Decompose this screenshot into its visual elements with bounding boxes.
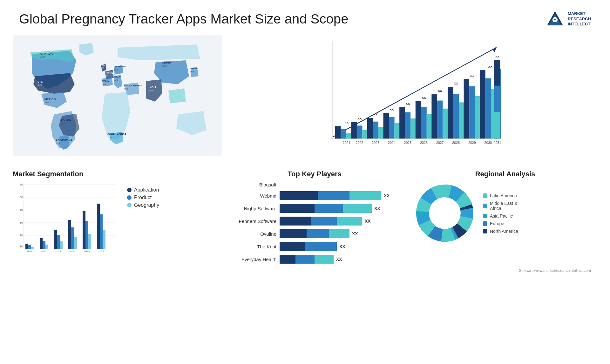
svg-text:U.K.: U.K. <box>100 64 105 66</box>
svg-text:ITALY: ITALY <box>114 76 121 78</box>
svg-rect-66 <box>427 114 432 138</box>
svg-text:2029: 2029 <box>468 141 476 145</box>
segmentation-section: Market Segmentation 60 50 40 30 20 10 <box>13 170 216 267</box>
svg-rect-84 <box>480 70 485 138</box>
legend-label: Latin America <box>490 193 517 198</box>
svg-text:XX: XX <box>438 89 442 92</box>
legend-middle-east: Middle East &Africa <box>483 201 518 211</box>
svg-rect-130 <box>97 204 100 249</box>
svg-rect-132 <box>103 230 105 249</box>
svg-text:2021: 2021 <box>343 141 350 145</box>
svg-text:2024: 2024 <box>388 141 396 145</box>
svg-rect-49 <box>367 118 373 138</box>
svg-text:2031: 2031 <box>494 141 501 145</box>
legend-label: Middle East &Africa <box>490 201 517 211</box>
svg-rect-131 <box>100 214 103 249</box>
svg-rect-59 <box>399 107 405 138</box>
svg-text:2025: 2025 <box>404 141 412 145</box>
legend-application: Application <box>127 187 159 193</box>
svg-text:XX: XX <box>454 82 458 85</box>
svg-rect-71 <box>443 109 448 138</box>
svg-text:XX: XX <box>344 121 349 125</box>
svg-rect-50 <box>373 122 379 139</box>
segmentation-title: Market Segmentation <box>13 170 216 178</box>
svg-rect-75 <box>453 94 459 138</box>
svg-rect-93 <box>494 112 500 139</box>
svg-text:MEXICO: MEXICO <box>44 98 56 101</box>
player-name: Everyday Health <box>222 257 276 262</box>
svg-text:GERMANY: GERMANY <box>114 65 127 68</box>
svg-rect-61 <box>410 118 416 138</box>
svg-text:xx%: xx% <box>104 75 108 77</box>
svg-rect-60 <box>405 112 411 139</box>
svg-rect-65 <box>421 107 427 138</box>
player-nighp: Nighp Software XX <box>222 204 407 213</box>
svg-rect-54 <box>383 113 389 138</box>
svg-rect-69 <box>431 94 437 138</box>
svg-text:2021: 2021 <box>27 250 32 253</box>
growth-chart: 2021 XX 2022 XX 2023 XX 2024 XX 2025 <box>229 35 597 168</box>
svg-text:2024: 2024 <box>70 250 75 253</box>
svg-text:xx%: xx% <box>100 67 104 69</box>
legend-label: Europe <box>490 221 504 226</box>
svg-rect-51 <box>378 127 384 138</box>
legend-asia-pacific: Asia Pacific <box>483 213 518 219</box>
svg-text:2030: 2030 <box>485 141 492 145</box>
svg-text:2022: 2022 <box>41 250 47 253</box>
svg-rect-64 <box>416 101 421 138</box>
player-everydayhealth: Everyday Health XX <box>222 255 407 264</box>
svg-text:xx%: xx% <box>102 83 106 85</box>
svg-text:INDIA: INDIA <box>149 86 157 89</box>
svg-rect-80 <box>469 86 475 138</box>
logo-icon: M <box>546 10 565 29</box>
svg-rect-118 <box>54 230 57 249</box>
player-ovuline: Ovuline XX <box>222 229 407 238</box>
svg-text:XX: XX <box>390 108 394 111</box>
svg-rect-120 <box>60 241 63 249</box>
svg-text:60: 60 <box>20 183 23 186</box>
svg-text:xx%: xx% <box>114 79 118 81</box>
svg-rect-112 <box>31 247 34 249</box>
header: Global Pregnancy Tracker Apps Market Siz… <box>0 0 610 35</box>
svg-text:xx%: xx% <box>56 142 60 145</box>
svg-text:BRAZIL: BRAZIL <box>60 118 71 121</box>
application-dot <box>127 188 132 192</box>
svg-text:SPAIN: SPAIN <box>102 80 109 83</box>
svg-text:xx%: xx% <box>124 88 128 90</box>
svg-rect-122 <box>68 220 71 249</box>
svg-text:xx%: xx% <box>40 56 45 58</box>
svg-rect-39 <box>335 126 341 138</box>
svg-rect-70 <box>437 101 443 139</box>
svg-rect-116 <box>45 245 48 249</box>
product-label: Product <box>134 195 152 200</box>
svg-text:2023: 2023 <box>372 141 379 145</box>
logo: M MARKETRESEARCHINTELLECT <box>546 10 591 29</box>
svg-rect-85 <box>485 78 491 138</box>
svg-text:20: 20 <box>20 234 23 237</box>
svg-text:30: 30 <box>20 221 23 224</box>
player-name: The Knot <box>222 244 276 249</box>
svg-rect-110 <box>25 244 28 249</box>
svg-text:50: 50 <box>20 196 23 199</box>
svg-rect-44 <box>351 122 357 139</box>
legend-europe: Europe <box>483 221 518 226</box>
svg-rect-76 <box>459 102 464 138</box>
player-webmd: Webmd XX <box>222 191 407 200</box>
svg-text:CHINA: CHINA <box>162 61 171 64</box>
svg-text:CANADA: CANADA <box>40 52 53 55</box>
svg-rect-92 <box>494 86 500 112</box>
legend-product: Product <box>127 195 159 200</box>
player-fehners: Fehners Software XX <box>222 217 407 226</box>
legend-geography: Geography <box>127 202 159 208</box>
player-blogsoft: Blogsoft <box>222 182 407 187</box>
svg-rect-45 <box>357 125 363 138</box>
svg-text:xx%: xx% <box>149 89 153 92</box>
svg-rect-81 <box>475 96 481 138</box>
svg-rect-119 <box>57 235 60 249</box>
svg-text:40: 40 <box>20 208 23 212</box>
regional-legend: Latin America Middle East &Africa Asia P… <box>483 193 518 236</box>
svg-text:ARGENTINA: ARGENTINA <box>56 139 73 142</box>
bar-chart-svg: 2021 XX 2022 XX 2023 XX 2024 XX 2025 <box>235 38 591 152</box>
svg-text:xx%: xx% <box>44 101 49 104</box>
svg-text:SOUTH AFRICA: SOUTH AFRICA <box>107 133 126 136</box>
